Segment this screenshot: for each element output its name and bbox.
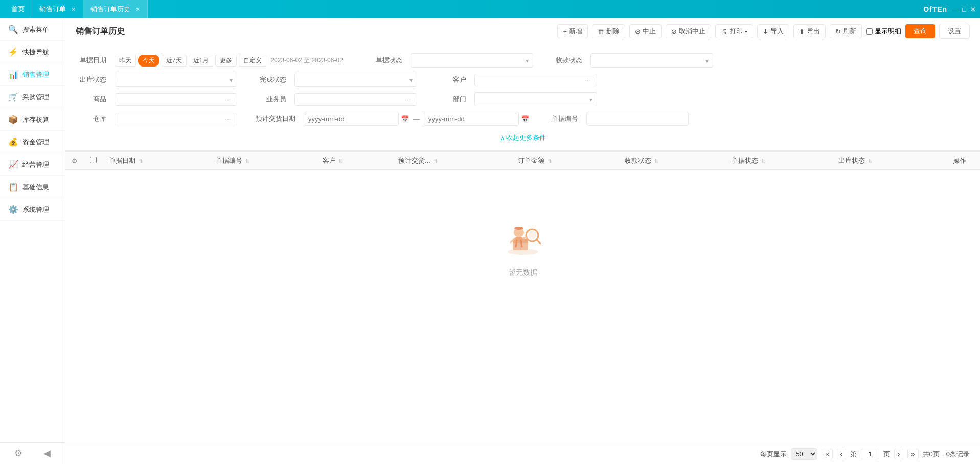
table-header-row: ⚙ 单据日期 ⇅ 单据编号 ⇅ — [65, 152, 980, 170]
th-delivery-label: 预计交货... — [398, 157, 430, 164]
more-btn[interactable]: 更多 — [215, 55, 237, 67]
tab-sales-order-history-close[interactable]: ✕ — [135, 6, 140, 13]
yesterday-btn[interactable]: 昨天 — [115, 55, 136, 67]
print-arrow-icon: ▾ — [745, 29, 747, 34]
th-delivery-sort[interactable]: ⇅ — [434, 158, 438, 164]
empty-state: 暂无数据 — [65, 170, 980, 318]
customer-input[interactable]: ··· — [474, 74, 597, 86]
th-out-status-sort[interactable]: ⇅ — [868, 158, 872, 164]
delete-button[interactable]: 🗑 删除 — [592, 24, 625, 38]
salesperson-dots[interactable]: ··· — [403, 96, 413, 103]
th-number-label: 单据编号 — [216, 157, 242, 164]
export-button[interactable]: ⬆ 导出 — [793, 24, 826, 38]
out-status-select[interactable] — [115, 73, 237, 87]
page-suffix: 页 — [883, 450, 890, 459]
th-payment-status: 收款状态 ⇅ — [619, 152, 725, 170]
goods-input[interactable]: ··· — [115, 93, 237, 106]
page-size-select[interactable]: 50 100 200 — [791, 448, 817, 460]
goods-dots[interactable]: ··· — [223, 96, 233, 103]
select-all-checkbox[interactable] — [90, 157, 97, 163]
next-page-button[interactable]: › — [894, 449, 903, 459]
maximize-icon[interactable]: □ — [962, 6, 966, 13]
close-icon[interactable]: ✕ — [970, 6, 976, 13]
setting-button[interactable]: 设置 — [939, 24, 970, 39]
sidebar-collapse-icon[interactable]: ◀ — [43, 448, 51, 459]
import-button[interactable]: ⬇ 导入 — [757, 24, 789, 38]
sidebar: 🔍 搜索菜单 ⚡ 快捷导航 📊 销售管理 🛒 采购管理 📦 库存核算 💰 资金管… — [0, 18, 65, 464]
th-order-status-sort[interactable]: ⇅ — [761, 158, 765, 164]
th-number: 单据编号 ⇅ — [210, 152, 316, 170]
page-number-input[interactable] — [861, 449, 879, 459]
print-button[interactable]: 🖨 打印 ▾ — [715, 24, 753, 38]
tab-sales-order-history[interactable]: 销售订单历史 ✕ — [83, 0, 148, 18]
tab-sales-order[interactable]: 销售订单 ✕ — [32, 0, 83, 18]
calendar-start-icon[interactable]: 📅 — [401, 115, 409, 123]
sidebar-item-sales-mgmt[interactable]: 📊 销售管理 — [0, 63, 65, 86]
sidebar-item-inventory-label: 库存核算 — [22, 115, 49, 124]
th-customer-sort[interactable]: ⇅ — [338, 158, 343, 164]
stop-button[interactable]: ⊘ 中止 — [629, 24, 662, 38]
sidebar-item-operations[interactable]: 📈 经营管理 — [0, 153, 65, 176]
delivery-date-start[interactable] — [304, 112, 399, 126]
sidebar-settings-icon[interactable]: ⚙ — [14, 448, 22, 459]
order-number-input[interactable] — [586, 112, 689, 126]
customer-dots[interactable]: ··· — [583, 76, 592, 84]
sidebar-item-search-menu[interactable]: 🔍 搜索菜单 — [0, 18, 65, 41]
custom-btn[interactable]: 自定义 — [239, 55, 266, 67]
payment-status-select[interactable] — [590, 53, 713, 68]
last-page-button[interactable]: » — [907, 449, 918, 459]
print-icon: 🖨 — [721, 28, 727, 35]
tab-sales-order-label: 销售订单 — [39, 5, 66, 14]
new-label: 新增 — [569, 27, 582, 36]
filter-row-2: 出库状态 完成状态 客户 ··· — [76, 73, 970, 87]
warehouse-dots[interactable]: ··· — [223, 115, 233, 123]
salesperson-input[interactable]: ··· — [294, 93, 417, 106]
th-amount-sort[interactable]: ⇅ — [548, 158, 552, 164]
stop-icon: ⊘ — [635, 28, 641, 35]
delivery-date-end[interactable] — [424, 112, 519, 126]
sidebar-item-finance[interactable]: 💰 资金管理 — [0, 131, 65, 153]
pagination-bar: 每页显示 50 100 200 « ‹ 第 页 › » 共0页，0条记录 — [65, 444, 980, 464]
salesperson-label: 业务员 — [256, 95, 286, 104]
order-status-select[interactable] — [411, 53, 533, 68]
cancel-stop-label: 取消中止 — [679, 27, 705, 36]
sidebar-item-quick-nav[interactable]: ⚡ 快捷导航 — [0, 41, 65, 63]
collapse-label: 收起更多条件 — [506, 133, 546, 142]
prev-page-button[interactable]: ‹ — [837, 449, 846, 459]
department-select[interactable] — [474, 92, 597, 106]
tab-sales-order-close[interactable]: ✕ — [71, 6, 76, 13]
collapse-button[interactable]: ∧ 收起更多条件 — [500, 133, 546, 142]
sidebar-item-basic-info[interactable]: 📋 基础信息 — [0, 176, 65, 198]
out-status-chevron — [230, 76, 233, 84]
th-amount: 订单金额 ⇅ — [512, 152, 619, 170]
warehouse-label: 仓库 — [76, 114, 106, 123]
display-detail-checkbox[interactable]: 显示明细 — [866, 27, 901, 36]
calendar-end-icon[interactable]: 📅 — [521, 115, 529, 123]
complete-status-chevron — [409, 76, 413, 84]
cancel-stop-button[interactable]: ⊘ 取消中止 — [666, 24, 711, 38]
th-payment-status-sort[interactable]: ⇅ — [654, 158, 658, 164]
sidebar-item-system[interactable]: ⚙️ 系统管理 — [0, 198, 65, 221]
first-page-button[interactable]: « — [822, 449, 832, 459]
today-btn[interactable]: 今天 — [138, 55, 159, 67]
refresh-button[interactable]: ↻ 刷新 — [830, 24, 862, 38]
table-settings-icon[interactable]: ⚙ — [72, 157, 78, 165]
new-button[interactable]: + 新增 — [557, 24, 588, 38]
minimize-icon[interactable]: — — [951, 6, 958, 13]
warehouse-input[interactable]: ··· — [115, 113, 237, 125]
th-date-sort[interactable]: ⇅ — [139, 158, 143, 164]
sidebar-item-purchase-mgmt[interactable]: 🛒 采购管理 — [0, 86, 65, 108]
last7days-btn[interactable]: 近7天 — [162, 55, 187, 67]
department-chevron — [589, 96, 592, 103]
tab-home[interactable]: 首页 — [4, 0, 32, 18]
sidebar-item-inventory[interactable]: 📦 库存核算 — [0, 108, 65, 131]
display-detail-input[interactable] — [866, 28, 873, 35]
th-checkbox — [84, 152, 103, 170]
last1month-btn[interactable]: 近1月 — [189, 55, 214, 67]
payment-status-label: 收款状态 — [552, 56, 582, 65]
complete-status-select[interactable] — [294, 73, 417, 87]
query-button[interactable]: 查询 — [905, 24, 935, 38]
sidebar-item-sales-mgmt-label: 销售管理 — [22, 70, 49, 79]
collapse-row: ∧ 收起更多条件 — [76, 131, 970, 144]
th-number-sort[interactable]: ⇅ — [245, 158, 249, 164]
